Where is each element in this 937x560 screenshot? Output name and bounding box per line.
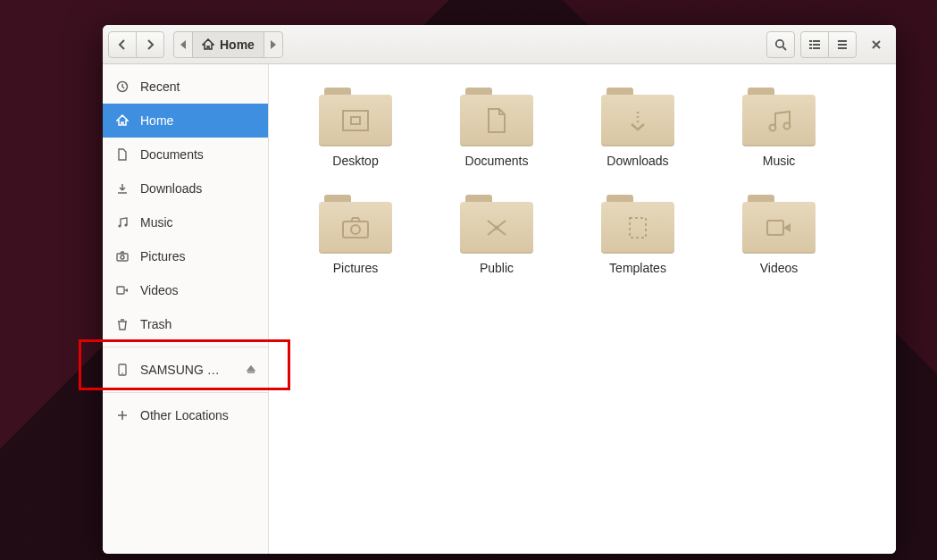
svg-rect-4 [813, 44, 820, 46]
close-icon [871, 39, 882, 50]
folder-icon [742, 84, 816, 146]
document-glyph-icon [485, 107, 508, 134]
sidebar-item-pictures[interactable]: Pictures [103, 239, 268, 273]
document-icon [115, 148, 130, 161]
sidebar-item-label: Pictures [140, 249, 186, 263]
svg-point-9 [124, 223, 127, 226]
sidebar-item-label: Trash [140, 317, 172, 331]
folder-templates[interactable]: Templates [567, 191, 708, 275]
list-view-button[interactable] [800, 31, 829, 58]
sidebar-item-label: Videos [140, 283, 179, 297]
template-glyph-icon [627, 215, 648, 240]
folder-downloads[interactable]: Downloads [567, 84, 708, 168]
clock-icon [115, 80, 130, 93]
svg-rect-23 [767, 221, 783, 235]
triangle-right-icon [270, 40, 277, 49]
svg-rect-5 [809, 47, 812, 49]
svg-rect-12 [117, 287, 124, 294]
sidebar-item-label: Music [140, 215, 173, 230]
folder-label: Public [480, 261, 514, 275]
view-buttons [800, 31, 857, 58]
desktop-glyph-icon [340, 108, 371, 133]
path-label: Home [220, 38, 255, 52]
folder-icon [319, 191, 392, 254]
folder-pictures[interactable]: Pictures [285, 191, 426, 275]
music-icon [115, 216, 130, 229]
svg-rect-3 [809, 44, 812, 46]
folder-icon [460, 191, 533, 254]
path-prev[interactable] [173, 31, 193, 58]
folder-label: Downloads [607, 154, 668, 168]
folder-icon [601, 84, 674, 146]
share-glyph-icon [484, 215, 509, 240]
close-button[interactable] [862, 31, 891, 58]
folder-label: Videos [760, 261, 799, 275]
folder-music[interactable]: Music [708, 84, 849, 168]
download-glyph-icon [625, 108, 650, 133]
sidebar-item-label: Home [140, 113, 173, 128]
video-glyph-icon [765, 217, 792, 238]
sidebar-item-documents[interactable]: Documents [103, 138, 268, 171]
sidebar-item-trash[interactable]: Trash [103, 307, 268, 341]
hamburger-icon [836, 38, 849, 51]
sidebar-item-label: SAMSUNG … [140, 363, 220, 377]
video-icon [115, 285, 130, 296]
sidebar-item-downloads[interactable]: Downloads [103, 171, 268, 205]
phone-icon [115, 364, 130, 376]
headerbar: Home [103, 25, 896, 64]
folder-icon [742, 191, 816, 254]
eject-button[interactable] [247, 365, 255, 374]
chevron-left-icon [117, 39, 128, 50]
menu-button[interactable] [828, 31, 857, 58]
sidebar-item-videos[interactable]: Videos [103, 273, 268, 307]
path-next[interactable] [264, 31, 283, 58]
sidebar-item-home[interactable]: Home [103, 104, 268, 138]
home-icon [202, 38, 214, 51]
folder-documents[interactable]: Documents [426, 84, 567, 168]
download-icon [115, 182, 130, 195]
folder-videos[interactable]: Videos [708, 191, 849, 275]
folder-label: Documents [465, 154, 529, 168]
list-view-icon [808, 38, 821, 51]
sidebar-item-label: Downloads [140, 181, 202, 196]
trash-icon [115, 318, 130, 330]
path-bar: Home [173, 31, 283, 58]
svg-point-8 [118, 224, 121, 227]
folder-desktop[interactable]: Desktop [285, 84, 426, 168]
svg-rect-2 [813, 40, 820, 42]
folder-icon [319, 84, 392, 146]
back-button[interactable] [108, 31, 137, 58]
folder-label: Templates [609, 261, 666, 275]
home-icon [115, 114, 130, 127]
triangle-left-icon [180, 40, 187, 49]
folder-public[interactable]: Public [426, 191, 567, 275]
svg-point-11 [121, 255, 124, 259]
svg-point-21 [495, 226, 499, 230]
path-segment-home[interactable]: Home [192, 31, 264, 58]
folder-label: Music [763, 154, 796, 168]
folder-label: Pictures [333, 261, 379, 275]
svg-rect-16 [351, 117, 360, 124]
sidebar-separator [103, 347, 268, 347]
svg-point-14 [121, 372, 123, 374]
folder-label: Desktop [332, 154, 378, 168]
places-sidebar: Recent Home Documents Downloads [103, 64, 269, 554]
music-glyph-icon [765, 108, 792, 133]
sidebar-item-other-locations[interactable]: Other Locations [103, 398, 268, 432]
folder-icon [460, 84, 533, 146]
sidebar-item-label: Other Locations [140, 408, 229, 422]
sidebar-item-recent[interactable]: Recent [103, 70, 268, 104]
search-button[interactable] [766, 31, 795, 58]
chevron-right-icon [145, 39, 155, 50]
sidebar-item-label: Recent [140, 79, 180, 94]
sidebar-item-device-samsung[interactable]: SAMSUNG … [103, 353, 268, 387]
folder-icon [601, 191, 674, 254]
svg-rect-19 [343, 221, 368, 238]
camera-glyph-icon [341, 216, 370, 239]
sidebar-item-music[interactable]: Music [103, 205, 268, 239]
forward-button[interactable] [136, 31, 164, 58]
svg-rect-1 [809, 40, 812, 42]
svg-rect-6 [813, 47, 820, 49]
folder-grid: Desktop Documents [285, 84, 880, 275]
svg-point-20 [351, 225, 360, 234]
